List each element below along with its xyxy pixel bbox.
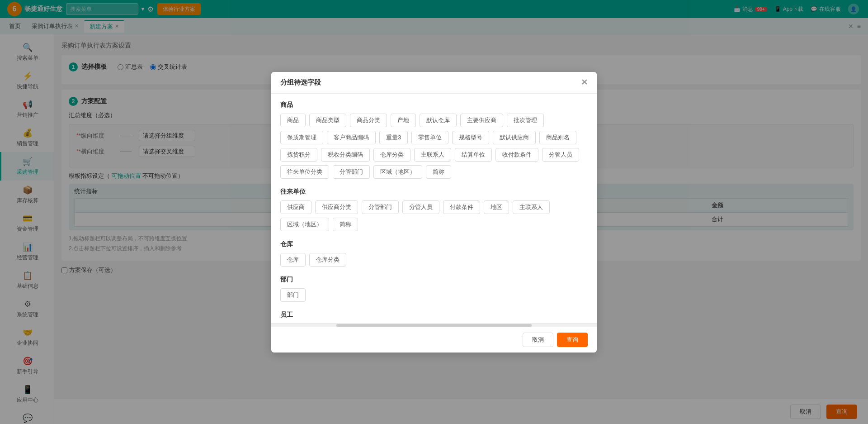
- field-tag-0-14[interactable]: 拣货积分: [280, 148, 317, 162]
- modal-section-0-title: 商品: [280, 101, 588, 109]
- field-tag-0-8[interactable]: 客户商品编码: [327, 131, 376, 144]
- field-tag-0-2[interactable]: 商品分类: [350, 114, 387, 127]
- field-tag-0-10[interactable]: 零售单位: [411, 131, 448, 144]
- field-tag-1-4[interactable]: 付款条件: [443, 200, 480, 214]
- field-tag-1-8[interactable]: 简称: [333, 218, 358, 231]
- field-tag-0-11[interactable]: 规格型号: [452, 131, 489, 144]
- field-tag-0-23[interactable]: 区域（地区）: [373, 165, 422, 179]
- modal-section-1: 往来单位供应商供应商分类分管部门分管人员付款条件地区主联系人区域（地区）简称: [280, 188, 588, 231]
- field-tag-0-17[interactable]: 主联系人: [414, 148, 451, 162]
- field-tag-0-15[interactable]: 税收分类编码: [321, 148, 370, 162]
- modal-section-2-tags: 仓库仓库分类: [280, 253, 588, 267]
- field-tag-0-7[interactable]: 保质期管理: [280, 131, 323, 144]
- field-tag-1-1[interactable]: 供应商分类: [315, 200, 358, 214]
- modal-header: 分组待选字段 ✕: [271, 72, 597, 94]
- field-tag-0-13[interactable]: 商品别名: [539, 131, 576, 144]
- modal-overlay: 分组待选字段 ✕ 商品商品商品类型商品分类产地默认仓库主要供应商批次管理保质期管…: [0, 0, 868, 424]
- field-tag-0-22[interactable]: 分管部门: [333, 165, 370, 179]
- modal-section-3-title: 部门: [280, 276, 588, 284]
- field-tag-0-1[interactable]: 商品类型: [309, 114, 346, 127]
- field-tag-0-19[interactable]: 收付款条件: [495, 148, 538, 162]
- modal-section-3: 部门部门: [280, 276, 588, 302]
- field-tag-0-16[interactable]: 仓库分类: [373, 148, 410, 162]
- field-tag-0-0[interactable]: 商品: [280, 114, 306, 127]
- field-tag-1-0[interactable]: 供应商: [280, 200, 311, 214]
- field-tag-0-9[interactable]: 重量3: [379, 131, 408, 144]
- field-tag-0-3[interactable]: 产地: [391, 114, 416, 127]
- field-tag-1-7[interactable]: 区域（地区）: [280, 218, 329, 231]
- modal-cancel-btn[interactable]: 取消: [523, 333, 553, 347]
- modal-body: 商品商品商品类型商品分类产地默认仓库主要供应商批次管理保质期管理客户商品编码重量…: [271, 94, 597, 323]
- modal-title: 分组待选字段: [280, 78, 321, 87]
- modal-section-1-tags: 供应商供应商分类分管部门分管人员付款条件地区主联系人区域（地区）简称: [280, 200, 588, 231]
- field-tag-1-5[interactable]: 地区: [484, 200, 509, 214]
- modal-dialog: 分组待选字段 ✕ 商品商品商品类型商品分类产地默认仓库主要供应商批次管理保质期管…: [271, 72, 597, 353]
- modal-section-4-title: 员工: [280, 311, 588, 319]
- modal-section-2-title: 仓库: [280, 240, 588, 248]
- field-tag-0-21[interactable]: 往来单位分类: [280, 165, 329, 179]
- modal-section-1-title: 往来单位: [280, 188, 588, 196]
- modal-footer: 取消 查询: [271, 327, 597, 353]
- field-tag-3-0[interactable]: 部门: [280, 288, 306, 302]
- modal-section-0-tags: 商品商品类型商品分类产地默认仓库主要供应商批次管理保质期管理客户商品编码重量3零…: [280, 114, 588, 179]
- field-tag-2-0[interactable]: 仓库: [280, 253, 306, 267]
- modal-scroll-track: [271, 323, 597, 327]
- modal-section-4: 员工业务员: [280, 311, 588, 323]
- modal-confirm-btn[interactable]: 查询: [557, 333, 588, 347]
- field-tag-2-1[interactable]: 仓库分类: [309, 253, 346, 267]
- modal-section-3-tags: 部门: [280, 288, 588, 302]
- field-tag-0-4[interactable]: 默认仓库: [420, 114, 457, 127]
- modal-section-0: 商品商品商品类型商品分类产地默认仓库主要供应商批次管理保质期管理客户商品编码重量…: [280, 101, 588, 179]
- field-tag-0-5[interactable]: 主要供应商: [460, 114, 503, 127]
- field-tag-1-6[interactable]: 主联系人: [513, 200, 550, 214]
- field-tag-0-18[interactable]: 结算单位: [455, 148, 492, 162]
- field-tag-0-20[interactable]: 分管人员: [542, 148, 579, 162]
- field-tag-1-3[interactable]: 分管人员: [402, 200, 439, 214]
- field-tag-0-24[interactable]: 简称: [426, 165, 451, 179]
- modal-section-2: 仓库仓库仓库分类: [280, 240, 588, 267]
- field-tag-1-2[interactable]: 分管部门: [362, 200, 399, 214]
- field-tag-0-6[interactable]: 批次管理: [507, 114, 544, 127]
- field-tag-0-12[interactable]: 默认供应商: [493, 131, 536, 144]
- modal-close-icon[interactable]: ✕: [581, 78, 588, 86]
